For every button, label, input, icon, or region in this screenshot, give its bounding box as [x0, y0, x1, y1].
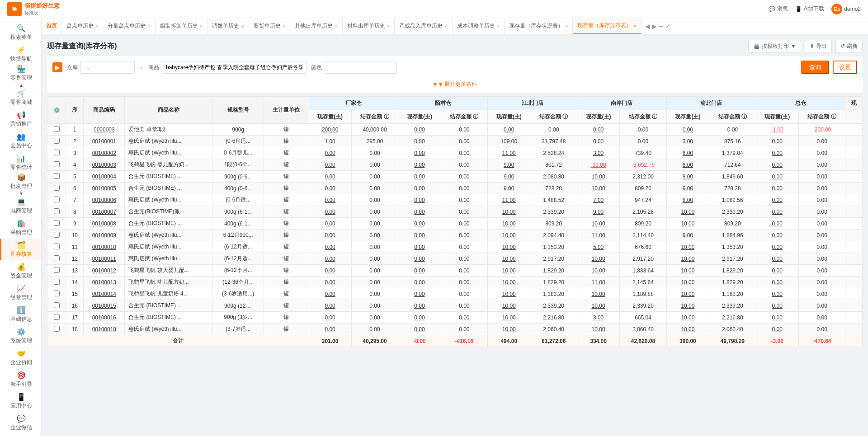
- tab-stock-status[interactable]: 现存量（库存状况表） ×: [505, 18, 573, 34]
- cell-checkbox[interactable]: [47, 136, 66, 147]
- cell-checkbox[interactable]: [47, 265, 66, 277]
- sidebar-label-search: 搜索英单: [10, 33, 32, 41]
- tab-product-inbound[interactable]: 产成品入库单历史 ×: [395, 18, 452, 34]
- col-settings[interactable]: ⚙️: [47, 97, 66, 124]
- goods-input[interactable]: [162, 61, 307, 74]
- close-icon[interactable]: ×: [95, 23, 98, 29]
- expand-icon[interactable]: ⤢: [665, 23, 670, 30]
- cell-unit: 罐: [264, 288, 309, 300]
- query-btn[interactable]: 查询: [801, 61, 829, 74]
- sidebar-item-wholesale[interactable]: 📦 批发管理 ▼: [0, 173, 41, 195]
- close-icon[interactable]: ×: [283, 23, 285, 29]
- refresh-btn[interactable]: ↺ 刷新: [835, 40, 863, 52]
- close-icon[interactable]: ×: [633, 23, 636, 28]
- cell-checkbox[interactable]: [47, 230, 66, 241]
- tab-material-outbound[interactable]: 材料出库单历史 ×: [343, 18, 395, 34]
- arrow-left-icon[interactable]: ◀: [645, 23, 650, 30]
- sidebar-item-vip[interactable]: 🌟 畅会员: [0, 434, 41, 436]
- sidebar-item-wechat[interactable]: 💬 企业微信: [0, 412, 41, 434]
- sidebar-item-basic[interactable]: ℹ️ 基础信息: [0, 304, 41, 325]
- cell-checkbox[interactable]: [47, 241, 66, 253]
- sidebar-item-member[interactable]: 👥 会员中心: [0, 130, 41, 152]
- warehouse-input[interactable]: [80, 61, 135, 74]
- tab-stockcount-history[interactable]: 盘点单历史 ×: [62, 18, 103, 34]
- sidebar-item-retail-stats[interactable]: 📊 零售统计: [0, 152, 41, 173]
- cell-nanan-qty: 9.00: [577, 206, 619, 218]
- cell-checkbox[interactable]: [47, 277, 66, 288]
- col-factory-header: 厂家仓: [309, 97, 398, 110]
- cell-code: 00100003: [84, 159, 125, 171]
- message-btn[interactable]: 💬 消息: [769, 5, 788, 13]
- cell-checkbox[interactable]: [47, 147, 66, 159]
- cell-checkbox[interactable]: [47, 171, 66, 183]
- cell-name: 合生元 (BIOSTIME) ...: [125, 300, 212, 312]
- sidebar-item-marketing[interactable]: 📢 营销推广: [0, 108, 41, 130]
- app-download-btn[interactable]: 📱 App下载: [795, 5, 824, 13]
- close-icon[interactable]: ×: [565, 23, 568, 29]
- close-icon[interactable]: ×: [147, 23, 150, 29]
- cell-jiangbei-qty: 10.00: [488, 253, 530, 265]
- sidebar-item-guide[interactable]: 🎯 新手引导: [0, 369, 41, 390]
- print-btn[interactable]: 🖨️ 按模板打印 ▼: [748, 40, 801, 52]
- cell-yubei-qty: 9.00: [666, 230, 709, 241]
- color-input[interactable]: [325, 61, 397, 74]
- sidebar-item-retail[interactable]: 🏪 零售管理 ▲: [0, 65, 41, 87]
- cell-checkbox[interactable]: [47, 300, 66, 312]
- cell-total-amt: 0.00: [798, 300, 845, 312]
- close-icon[interactable]: ×: [241, 23, 244, 29]
- cell-checkbox[interactable]: [47, 183, 66, 194]
- sidebar-item-finance[interactable]: 💰 资金管理: [0, 260, 41, 282]
- tab-transfer[interactable]: 调拨单历史 ×: [208, 18, 249, 34]
- tab-requisition[interactable]: 要货单历史 ×: [249, 18, 290, 34]
- sidebar-item-inventory[interactable]: 🗂️ 库存核算: [0, 239, 41, 260]
- tab-split-stockcount[interactable]: 分量盘点单历史 ×: [103, 18, 155, 34]
- cell-checkbox[interactable]: [47, 194, 66, 206]
- tab-assembly[interactable]: 组装拆卸单历史 ×: [156, 18, 208, 34]
- sidebar-item-mall[interactable]: 🛒 零售商城: [0, 87, 41, 108]
- cell-checkbox[interactable]: [47, 124, 66, 136]
- cell-checkbox[interactable]: [47, 159, 66, 171]
- cell-yubei-qty: 10.00: [666, 218, 709, 230]
- export-btn[interactable]: ⬇ 导出: [805, 40, 832, 52]
- cell-checkbox[interactable]: [47, 253, 66, 265]
- sidebar-item-purchase[interactable]: 🛍️ 采购管理: [0, 217, 41, 239]
- sidebar-item-ecommerce[interactable]: 💻 电商管理: [0, 195, 41, 217]
- tab-home[interactable]: 首页: [42, 18, 62, 34]
- close-icon[interactable]: ×: [444, 23, 447, 29]
- cell-checkbox[interactable]: [47, 206, 66, 218]
- cell-name: 惠氏启赋 (Wyeth illu...: [125, 323, 212, 335]
- sidebar-item-appstore[interactable]: 📱 应用中心: [0, 390, 41, 412]
- expand-conditions-btn[interactable]: ▼▼ 展开更多条件: [433, 80, 477, 88]
- cell-spec: 1段(0-6个...: [212, 159, 264, 171]
- basic-icon: ℹ️: [17, 306, 26, 314]
- cell-code: 00100015: [84, 300, 125, 312]
- tab-stock-dist[interactable]: 现存量（库存分布表） ×: [573, 18, 641, 34]
- cell-checkbox[interactable]: [47, 312, 66, 323]
- tab-cost-adjust[interactable]: 成本调整单历史 ×: [453, 18, 505, 34]
- sidebar-item-search[interactable]: 🔍 搜索英单: [0, 22, 41, 43]
- close-icon[interactable]: ×: [200, 23, 203, 29]
- cell-checkbox[interactable]: [47, 288, 66, 300]
- cell-mucun-amt: 0.00: [441, 136, 488, 147]
- summary-nanan-amt: 42,620.08: [620, 335, 667, 347]
- toggle-search-btn[interactable]: ▶: [52, 62, 62, 72]
- sidebar-item-operations[interactable]: 📈 经营管理: [0, 282, 41, 304]
- cell-nanan-amt: 0.00: [620, 124, 667, 136]
- minimize-icon[interactable]: ─: [659, 23, 663, 30]
- cell-checkbox[interactable]: [47, 218, 66, 230]
- setting-btn[interactable]: 设置: [833, 61, 857, 74]
- close-icon[interactable]: ×: [335, 23, 337, 29]
- cell-total-amt: 0.00: [798, 171, 845, 183]
- cell-no: 14: [66, 277, 84, 288]
- cell-checkbox[interactable]: [47, 323, 66, 335]
- sidebar-item-quicknav[interactable]: ⚡ 快捷导航: [0, 43, 41, 65]
- tab-other-outbound[interactable]: 其他出库单历史 ×: [290, 18, 342, 34]
- sidebar-item-enterprise[interactable]: 🤝 企业协同: [0, 347, 41, 369]
- sidebar-item-system[interactable]: ⚙️ 系统管理: [0, 325, 41, 347]
- arrow-right-icon[interactable]: ▶: [652, 23, 657, 30]
- user-avatar[interactable]: Ea demo2: [831, 4, 861, 14]
- cell-factory-qty: 0.00: [309, 288, 351, 300]
- close-icon[interactable]: ×: [387, 23, 390, 29]
- cell-unit: 罐: [264, 136, 309, 147]
- close-icon[interactable]: ×: [497, 23, 500, 29]
